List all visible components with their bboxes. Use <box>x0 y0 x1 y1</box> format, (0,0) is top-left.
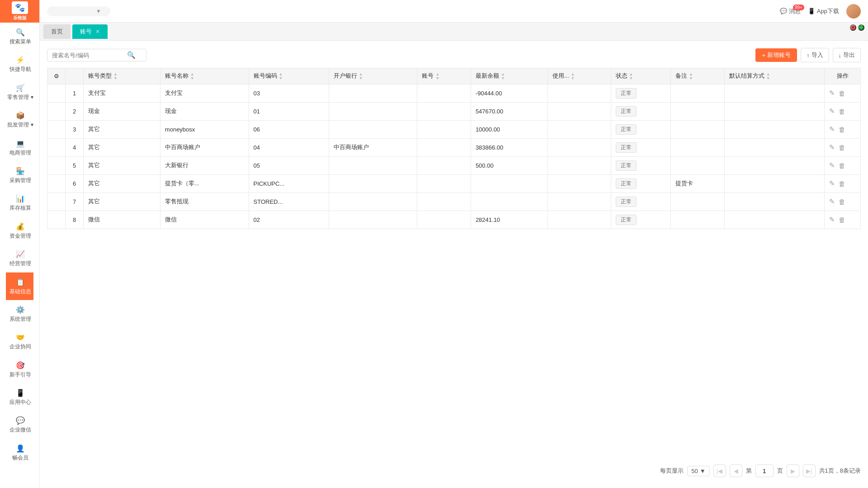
cell-remark-5: 提货卡 <box>671 174 725 192</box>
sort-icon-type[interactable]: ▲▼ <box>113 72 118 80</box>
sort-icon-status[interactable]: ▲▼ <box>629 72 633 80</box>
edit-icon-2[interactable]: ✎ <box>829 125 835 133</box>
edit-icon-6[interactable]: ✎ <box>829 197 835 206</box>
col-header-type[interactable]: 账号类型▲▼ <box>84 68 160 84</box>
sidebar-item-采购管理[interactable]: 🏪 采购管理 <box>6 161 33 189</box>
header-search-box[interactable]: ▼ <box>47 6 110 16</box>
sidebar-item-搜索菜单[interactable]: 🔍 搜索菜单 <box>6 23 33 50</box>
col-header-usage[interactable]: 使用...▲▼ <box>547 68 611 84</box>
col-header-code[interactable]: 账号编码▲▼ <box>249 68 329 84</box>
last-page-button[interactable]: ▶| <box>803 465 816 477</box>
avatar[interactable] <box>846 4 861 19</box>
col-header-name[interactable]: 账号名称▲▼ <box>160 68 249 84</box>
page-number-input[interactable] <box>755 465 774 477</box>
col-header-balance[interactable]: 最新余额▲▼ <box>471 68 547 84</box>
dropdown-arrow-icon[interactable]: ▼ <box>96 8 101 14</box>
header-search-input[interactable] <box>52 8 93 14</box>
sort-icon-remark[interactable]: ▲▼ <box>689 72 693 80</box>
sidebar-item-快捷导航[interactable]: ⚡ 快捷导航 <box>6 50 33 78</box>
cell-default_settle-0 <box>724 84 824 102</box>
edit-icon-0[interactable]: ✎ <box>829 89 835 97</box>
tab-账号[interactable]: 账号✕ <box>72 24 108 39</box>
sidebar-item-零售管理[interactable]: 🛒 零售管理 ▾ <box>6 78 33 106</box>
table-search-input[interactable] <box>52 52 124 59</box>
cell-action-3: ✎ 🗑 <box>825 138 861 156</box>
cell-code-3: 04 <box>249 138 329 156</box>
sidebar-item-基础信息[interactable]: 📋 基础信息 <box>6 272 33 300</box>
cell-type-1: 现金 <box>84 102 160 120</box>
delete-icon-0[interactable]: 🗑 <box>839 89 845 97</box>
col-header-remark[interactable]: 备注▲▼ <box>671 68 725 84</box>
cell-bank-2 <box>329 120 417 138</box>
app-sub-label: 乐惟版 <box>13 15 27 21</box>
tab-首页[interactable]: 首页 <box>43 24 71 39</box>
sidebar-icon-2: 🛒 <box>16 84 25 92</box>
sidebar-item-资金管理[interactable]: 💰 资金管理 <box>6 217 33 244</box>
per-page-label: 每页显示 <box>660 467 684 475</box>
next-page-button[interactable]: ▶ <box>787 465 799 477</box>
sidebar-item-批发管理[interactable]: 📦 批发管理 ▾ <box>6 106 33 133</box>
app-download-button[interactable]: 📱 App下载 <box>808 7 839 15</box>
add-account-button[interactable]: + 新增账号 <box>755 48 797 62</box>
cell-name-5: 提货卡（零... <box>160 174 249 192</box>
import-button[interactable]: ↑ 导入 <box>801 48 829 62</box>
tab-label-1: 账号 <box>80 28 92 36</box>
row-num-7: 8 <box>66 211 84 229</box>
cell-remark-2 <box>671 120 725 138</box>
sidebar-icon-9: 📋 <box>16 278 25 286</box>
cell-status-1: 正常 <box>611 102 670 120</box>
tab-close-icon-1[interactable]: ✕ <box>95 29 100 34</box>
col-header-account[interactable]: 账号▲▼ <box>417 68 471 84</box>
delete-icon-5[interactable]: 🗑 <box>839 180 845 188</box>
first-page-button[interactable]: |◀ <box>713 465 726 477</box>
edit-icon-7[interactable]: ✎ <box>829 216 835 224</box>
cell-account-7 <box>417 211 471 229</box>
page-size-select[interactable]: 50 ▼ <box>687 466 709 476</box>
sort-icon-default_settle[interactable]: ▲▼ <box>766 72 770 80</box>
delete-icon-2[interactable]: 🗑 <box>839 126 845 133</box>
sidebar-icon-0: 🔍 <box>16 28 25 37</box>
col-header-bank[interactable]: 开户银行▲▼ <box>329 68 417 84</box>
sidebar-item-新手引导[interactable]: 🎯 新手引导 <box>6 356 33 383</box>
sort-icon-balance[interactable]: ▲▼ <box>501 72 505 80</box>
delete-icon-7[interactable]: 🗑 <box>839 216 845 224</box>
delete-icon-3[interactable]: 🗑 <box>839 144 845 151</box>
sidebar-item-库存核算[interactable]: 📊 库存核算 <box>6 189 33 216</box>
sort-icon-usage[interactable]: ▲▼ <box>571 72 575 80</box>
delete-icon-4[interactable]: 🗑 <box>839 162 845 169</box>
edit-icon-3[interactable]: ✎ <box>829 143 835 151</box>
export-button[interactable]: ↓ 导出 <box>833 48 861 62</box>
cell-bank-6 <box>329 192 417 211</box>
maximize-window-btn[interactable]: ⛶ <box>858 24 864 31</box>
col-header-default_settle[interactable]: 默认结算方式▲▼ <box>724 68 824 84</box>
cell-bank-3: 中百商场账户 <box>329 138 417 156</box>
table-search-box[interactable]: 🔍 <box>47 49 146 61</box>
sort-icon-name[interactable]: ▲▼ <box>190 72 194 80</box>
sidebar-item-应用中心[interactable]: 📱 应用中心 <box>6 383 33 411</box>
cell-bank-5 <box>329 174 417 192</box>
edit-icon-4[interactable]: ✎ <box>829 161 835 169</box>
prev-page-button[interactable]: ◀ <box>730 465 742 477</box>
sidebar-item-企业协同[interactable]: 🤝 企业协同 <box>6 328 33 355</box>
sidebar-item-电商管理[interactable]: 💻 电商管理 <box>6 134 33 161</box>
sort-icon-bank[interactable]: ▲▼ <box>359 72 363 80</box>
delete-icon-1[interactable]: 🗑 <box>839 108 845 115</box>
sort-icon-account[interactable]: ▲▼ <box>435 72 439 80</box>
edit-icon-1[interactable]: ✎ <box>829 107 835 115</box>
col-header-status[interactable]: 状态▲▼ <box>611 68 670 84</box>
message-button[interactable]: 💬 消息 99+ <box>780 7 801 15</box>
close-window-btn[interactable]: ✕ <box>850 24 856 31</box>
search-icon[interactable]: 🔍 <box>127 51 136 59</box>
sidebar-item-经营管理[interactable]: 📈 经营管理 <box>6 244 33 272</box>
delete-icon-6[interactable]: 🗑 <box>839 198 845 206</box>
settings-col-icon[interactable]: ⚙ <box>54 73 59 80</box>
sidebar-item-系统管理[interactable]: ⚙️ 系统管理 <box>6 300 33 328</box>
cell-status-2: 正常 <box>611 120 670 138</box>
sidebar-item-企业微信[interactable]: 💬 企业微信 <box>6 411 33 438</box>
sort-icon-code[interactable]: ▲▼ <box>279 72 283 80</box>
cell-account-4 <box>417 156 471 174</box>
sidebar-label-15: 畅会员 <box>12 455 28 461</box>
sidebar-item-畅会员[interactable]: 👤 畅会员 <box>6 439 33 466</box>
cell-balance-5 <box>471 174 547 192</box>
edit-icon-5[interactable]: ✎ <box>829 179 835 188</box>
